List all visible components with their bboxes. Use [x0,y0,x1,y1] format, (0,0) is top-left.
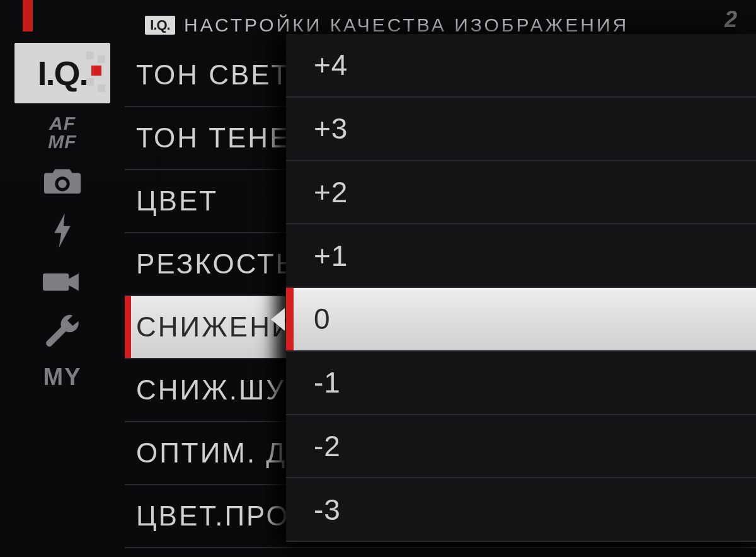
value-option[interactable]: -1 [286,352,756,415]
sidebar-tab-movie[interactable] [20,263,105,302]
value-option[interactable]: +3 [286,98,756,161]
sidebar-tab-af-mf[interactable]: AF MF [20,115,105,151]
movie-icon [43,263,82,302]
iq-badge-icon: I.Q. [145,16,175,35]
sidebar: I.Q. AF MF [15,43,110,391]
value-option-selected[interactable]: 0 [286,288,756,352]
value-option-label: +4 [314,48,348,82]
sidebar-tab-iq[interactable]: I.Q. [14,43,110,103]
value-option[interactable]: +4 [286,34,756,98]
iq-tab-dots-icon [85,52,104,95]
page-indicator: 2 [724,6,737,33]
sidebar-tab-my[interactable]: MY [20,364,105,391]
value-option-label: 0 [314,302,331,336]
wrench-icon [43,313,82,352]
value-option[interactable]: +2 [286,161,756,225]
sidebar-tab-flash[interactable] [20,212,105,251]
accent-strip [23,0,33,32]
value-option[interactable]: -3 [286,478,756,542]
camera-icon [43,162,82,201]
value-option-label: -1 [314,365,341,399]
mf-label: MF [48,133,76,151]
list-item-label: ЦВЕТ [136,185,218,217]
flash-icon [43,212,82,251]
sidebar-tab-shooting[interactable] [20,162,105,201]
value-option[interactable]: -2 [286,415,756,479]
value-popup: +4 +3 +2 +1 0 -1 -2 -3 [286,34,756,542]
af-label: AF [48,115,76,133]
value-option-label: -3 [314,493,341,527]
left-arrow-icon[interactable] [271,308,285,331]
value-option-label: +1 [314,239,348,273]
value-option-label: +3 [314,112,348,146]
my-tab-label: MY [43,364,82,391]
camera-menu-screen: I.Q. НАСТРОЙКИ КАЧЕСТВА ИЗОБРАЖЕНИЯ 2 I.… [0,0,756,557]
sidebar-tab-setup[interactable] [20,313,105,352]
value-option-label: +2 [314,175,348,209]
list-item-label: РЕЗКОСТЬ [136,248,296,280]
value-list: +4 +3 +2 +1 0 -1 -2 -3 [286,34,756,542]
iq-tab-label: I.Q. [37,54,87,93]
menu-title: НАСТРОЙКИ КАЧЕСТВА ИЗОБРАЖЕНИЯ [184,14,629,36]
value-option[interactable]: +1 [286,224,756,288]
value-option-label: -2 [314,429,341,463]
